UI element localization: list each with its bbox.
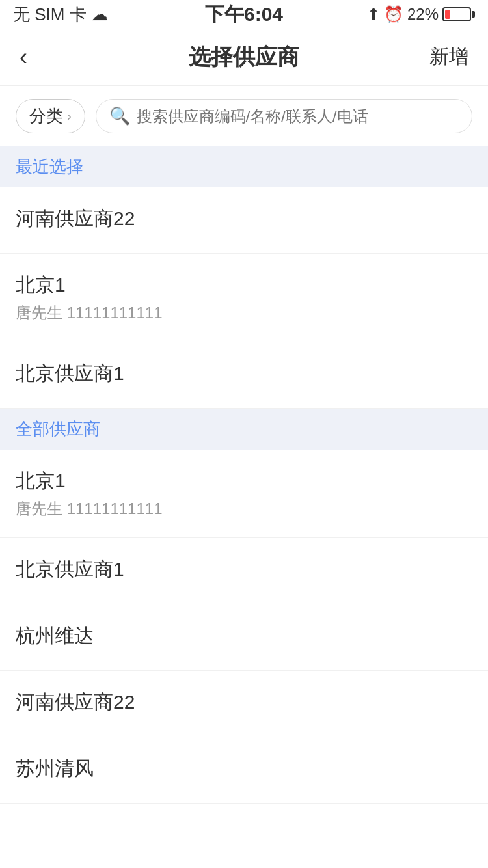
- item-name: 北京1: [16, 272, 472, 299]
- list-item[interactable]: 北京1唐先生 11111111111: [0, 254, 488, 342]
- item-detail: 唐先生 11111111111: [16, 498, 472, 519]
- sim-status: 无 SIM 卡 ☁: [13, 3, 108, 26]
- search-icon: 🔍: [109, 106, 130, 126]
- search-box[interactable]: 🔍: [96, 99, 472, 133]
- item-name: 北京供应商1: [16, 556, 472, 583]
- list-item[interactable]: 北京供应商1: [0, 538, 488, 604]
- battery-icon: [442, 7, 475, 21]
- status-right: ⬆ ⏰ 22%: [367, 5, 475, 23]
- add-button[interactable]: 新增: [416, 44, 468, 70]
- page-title: 选择供应商: [189, 42, 299, 72]
- location-icon: ⬆: [367, 5, 380, 23]
- battery-percent: 22%: [407, 5, 439, 23]
- recent-list: 河南供应商22北京1唐先生 11111111111北京供应商1: [0, 187, 488, 409]
- list-item[interactable]: 河南供应商22: [0, 187, 488, 254]
- item-name: 河南供应商22: [16, 689, 472, 716]
- recent-section-header: 最近选择: [0, 146, 488, 187]
- all-list: 北京1唐先生 11111111111北京供应商1杭州维达河南供应商22苏州清风: [0, 450, 488, 804]
- list-item[interactable]: 北京供应商1: [0, 342, 488, 409]
- list-item[interactable]: 北京1唐先生 11111111111: [0, 450, 488, 538]
- item-name: 北京供应商1: [16, 360, 472, 387]
- item-name: 苏州清风: [16, 755, 472, 782]
- category-label: 分类: [29, 105, 63, 128]
- alarm-icon: ⏰: [384, 5, 403, 23]
- item-name: 河南供应商22: [16, 206, 472, 232]
- filter-bar: 分类 › 🔍: [0, 86, 488, 146]
- all-section-header: 全部供应商: [0, 409, 488, 450]
- status-left: 无 SIM 卡 ☁: [13, 3, 108, 26]
- list-item[interactable]: 苏州清风: [0, 737, 488, 804]
- status-bar: 无 SIM 卡 ☁ 下午6:04 ⬆ ⏰ 22%: [0, 0, 488, 29]
- category-filter-button[interactable]: 分类 ›: [16, 99, 85, 133]
- item-name: 杭州维达: [16, 623, 472, 649]
- nav-bar: ‹ 选择供应商 新增: [0, 29, 488, 86]
- chevron-right-icon: ›: [67, 109, 72, 124]
- list-item[interactable]: 杭州维达: [0, 604, 488, 671]
- item-name: 北京1: [16, 468, 472, 495]
- status-time: 下午6:04: [205, 1, 283, 28]
- back-button[interactable]: ‹: [20, 44, 72, 71]
- search-input[interactable]: [137, 107, 459, 126]
- item-detail: 唐先生 11111111111: [16, 303, 472, 323]
- list-item[interactable]: 河南供应商22: [0, 671, 488, 737]
